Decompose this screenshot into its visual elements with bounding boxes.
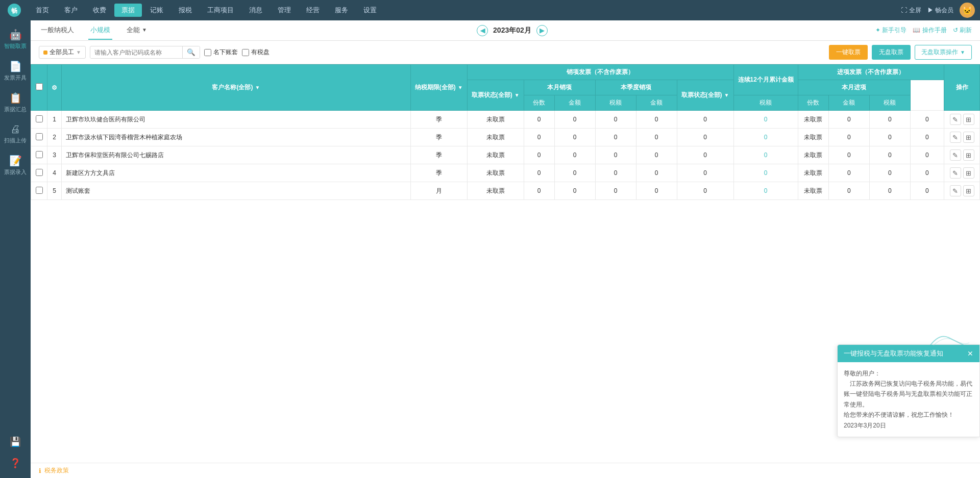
manual-btn[interactable]: 📖 操作手册 (913, 26, 946, 35)
row-view-btn-4[interactable]: ⊞ (963, 185, 974, 196)
tax-policy-link[interactable]: 税务政策 (44, 466, 69, 475)
th-customer: 客户名称(全部) ▼ (62, 65, 411, 111)
sidebar-item-invoice-entry[interactable]: 📝 票据录入 (2, 150, 29, 180)
settings-icon[interactable]: ⚙ (52, 84, 57, 91)
employee-select[interactable]: 全部员工 ▼ (39, 46, 86, 59)
scan-upload-icon: 🖨 (10, 123, 20, 135)
under-account-checkbox[interactable]: 名下账套 (204, 48, 238, 57)
app-logo[interactable]: 畅 (5, 1, 23, 19)
sidebar-item-scan-upload[interactable]: 🖨 扫描上传 (2, 119, 29, 148)
row-checkbox-2[interactable] (31, 146, 47, 164)
row-quarter-amount-1: 0 (636, 129, 677, 146)
nav-service[interactable]: 服务 (328, 4, 355, 17)
employee-dot (43, 51, 47, 55)
refresh-btn[interactable]: ↺ 刷新 (953, 26, 972, 35)
member-btn[interactable]: ▶ 畅会员 (927, 6, 953, 15)
row-name-0[interactable]: 卫辉市玖玖健合医药有限公司 (62, 111, 411, 129)
no-disk-ticket-btn[interactable]: 无盘取票 (872, 45, 911, 60)
sidebar-item-invoice-open[interactable]: 📄 发票开具 (2, 56, 29, 86)
nav-manage[interactable]: 管理 (271, 4, 298, 17)
chevron-down-icon: ▼ (142, 27, 147, 33)
sidebar-save-btn[interactable]: 💾 (2, 433, 29, 450)
avatar[interactable]: 🐱 (960, 3, 975, 18)
invoice-open-icon: 📄 (9, 60, 22, 72)
th-cancel-status-purchase: 取票状态(全部) ▼ (677, 80, 733, 111)
row-checkbox-3[interactable] (31, 164, 47, 182)
sidebar-help-btn[interactable]: ❓ (2, 455, 29, 472)
dropdown-arrow-icon: ▼ (76, 49, 81, 55)
tax-period-filter-icon[interactable]: ▼ (458, 85, 463, 90)
row-checkbox-1[interactable] (31, 129, 47, 146)
row-view-btn-0[interactable]: ⊞ (963, 114, 974, 125)
nav-message[interactable]: 消息 (242, 4, 270, 17)
row-name-2[interactable]: 卫辉市保和堂医药有限公司七赐路店 (62, 146, 411, 164)
row-cancel-status-sales-4: 未取票 (467, 182, 524, 200)
row-sales-tax-4: 0 (595, 182, 636, 200)
no-disk-op-btn[interactable]: 无盘取票操作 ▼ (915, 45, 972, 60)
row-edit-btn-4[interactable]: ✎ (950, 185, 961, 196)
nav-bookkeeping[interactable]: 记账 (143, 4, 170, 17)
row-purchase-tax-0: 0 (910, 111, 944, 129)
row-name-4[interactable]: 测试账套 (62, 182, 411, 200)
select-all-checkbox[interactable] (36, 83, 43, 90)
notification-close-btn[interactable]: ✕ (967, 349, 973, 358)
smart-ticket-icon: 🤖 (9, 29, 22, 41)
row-tax-period-2: 季 (410, 146, 467, 164)
new-guide-btn[interactable]: ✦ 新手引导 (875, 26, 906, 35)
tab-all[interactable]: 全能 ▼ (125, 21, 149, 40)
row-cancel-status-purchase-2: 未取票 (798, 146, 828, 164)
svg-text:畅: 畅 (11, 7, 17, 14)
row-view-btn-1[interactable]: ⊞ (963, 132, 974, 143)
search-button[interactable]: 🔍 (182, 46, 200, 58)
nav-settings[interactable]: 设置 (356, 4, 384, 17)
nav-fee[interactable]: 收费 (86, 4, 113, 17)
row-edit-btn-0[interactable]: ✎ (950, 114, 961, 125)
nav-customer[interactable]: 客户 (57, 4, 85, 17)
row-purchase-amount-3: 0 (869, 164, 910, 182)
row-purchase-amount-0: 0 (869, 111, 910, 129)
has-tax-disk-checkbox[interactable]: 有税盘 (242, 48, 270, 57)
sidebar-item-smart-ticket[interactable]: 🤖 智能取票 (2, 24, 29, 54)
row-edit-btn-2[interactable]: ✎ (950, 149, 961, 161)
row-sales-tax-0: 0 (595, 111, 636, 129)
row-purchase-tax-4: 0 (910, 182, 944, 200)
customer-filter-icon[interactable]: ▼ (255, 85, 260, 90)
dropdown-icon: ▼ (960, 49, 965, 55)
search-input[interactable] (90, 47, 182, 58)
row-view-btn-2[interactable]: ⊞ (963, 149, 974, 161)
row-name-1[interactable]: 卫辉市汲水镇下园湾香榴营木种植家庭农场 (62, 129, 411, 146)
row-edit-btn-1[interactable]: ✎ (950, 132, 961, 143)
row-checkbox-4[interactable] (31, 182, 47, 200)
has-tax-disk-input[interactable] (242, 49, 249, 56)
nav-invoice[interactable]: 票据 (114, 4, 142, 17)
nav-operation[interactable]: 经营 (299, 4, 327, 17)
notification-body: 尊敬的用户： 江苏政务网已恢复访问电子税务局功能，易代账一键登陆电子税务局与无盘… (838, 362, 979, 437)
top-nav: 畅 首页 客户 收费 票据 记账 报税 工商项目 消息 管理 经营 服务 设置 … (0, 0, 980, 20)
sidebar: 🤖 智能取票 📄 发票开具 📋 票据汇总 🖨 扫描上传 📝 票据录入 💾 ❓ (0, 20, 31, 478)
prev-month-btn[interactable]: ◀ (477, 25, 488, 36)
row-tax-period-3: 季 (410, 164, 467, 182)
fullscreen-btn[interactable]: ⛶ 全屏 (901, 6, 921, 15)
nav-business[interactable]: 工商项目 (200, 4, 241, 17)
row-purchase-tax-3: 0 (910, 164, 944, 182)
tab-general-taxpayer[interactable]: 一般纳税人 (39, 21, 76, 40)
row-purchase-copies-3: 0 (828, 164, 869, 182)
table-row: 2 卫辉市汲水镇下园湾香榴营木种植家庭农场 季 未取票 0 0 0 0 0 0 … (31, 129, 980, 146)
row-name-3[interactable]: 新建区方方文具店 (62, 164, 411, 182)
nav-items: 首页 客户 收费 票据 记账 报税 工商项目 消息 管理 经营 服务 设置 (29, 4, 901, 17)
sidebar-bottom: 💾 ❓ (2, 433, 29, 478)
row-edit-btn-3[interactable]: ✎ (950, 167, 961, 179)
tab-small-scale[interactable]: 小规模 (88, 21, 112, 40)
row-view-btn-3[interactable]: ⊞ (963, 167, 974, 179)
nav-tax[interactable]: 报税 (172, 4, 199, 17)
nav-home[interactable]: 首页 (29, 4, 56, 17)
notification-header: 一键报税与无盘取票功能恢复通知 ✕ (838, 345, 979, 362)
next-month-btn[interactable]: ▶ (536, 25, 548, 36)
sidebar-item-invoice-summary[interactable]: 📋 票据汇总 (2, 88, 29, 117)
row-quarter-tax-4: 0 (677, 182, 733, 200)
cancel-status-sales-filter-icon[interactable]: ▼ (514, 92, 520, 98)
row-checkbox-0[interactable] (31, 111, 47, 129)
cancel-status-purchase-filter-icon[interactable]: ▼ (724, 92, 729, 98)
under-account-input[interactable] (204, 49, 211, 56)
one-key-ticket-btn[interactable]: 一键取票 (829, 45, 868, 60)
